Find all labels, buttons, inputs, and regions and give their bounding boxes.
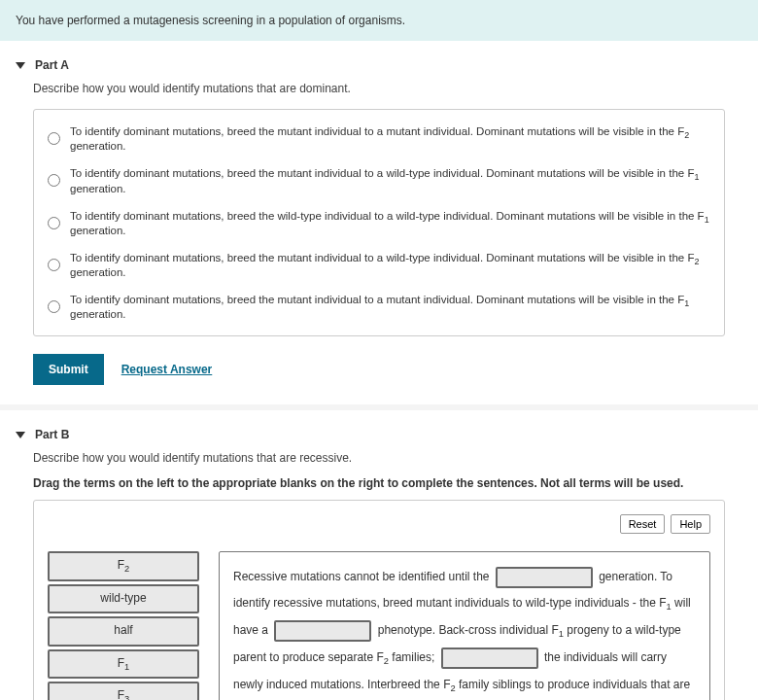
panel-tools: Reset Help [48, 514, 710, 534]
choice-text: To identify dominant mutations, breed th… [70, 252, 710, 278]
part-a-title: Part A [35, 58, 69, 72]
part-a-header[interactable]: Part A [0, 41, 758, 78]
term-tile[interactable]: F1 [48, 649, 199, 679]
term-tile[interactable]: wild-type [48, 584, 199, 613]
choice-text: To identify dominant mutations, breed th… [70, 125, 710, 152]
chevron-down-icon [16, 62, 25, 69]
radio-input[interactable] [48, 217, 60, 229]
subscript: 1 [667, 602, 672, 612]
subscript: 1 [559, 629, 564, 639]
term-tile[interactable]: half [48, 616, 199, 646]
term-tile[interactable]: F3 [48, 682, 199, 700]
chevron-down-icon [16, 432, 25, 438]
term-tile[interactable]: F2 [48, 551, 199, 580]
terms-column: F2 wild-type half F1 F3 one third of mut… [48, 551, 199, 700]
radio-input[interactable] [48, 300, 60, 313]
blank-slot[interactable] [496, 567, 593, 588]
radio-input[interactable] [48, 132, 60, 145]
intro-banner: You have performed a mutagenesis screeni… [0, 0, 758, 41]
subscript: 2 [384, 656, 389, 666]
reset-button[interactable]: Reset [620, 514, 666, 534]
sentence-text: phenotype. Back-cross individual F [378, 623, 559, 637]
help-button[interactable]: Help [671, 514, 710, 534]
request-answer-link[interactable]: Request Answer [121, 363, 213, 376]
subscript: 2 [450, 683, 455, 693]
part-b-prompt: Describe how you would identify mutation… [0, 447, 758, 474]
drag-instructions: Drag the terms on the left to the approp… [0, 474, 758, 500]
part-b-header[interactable]: Part B [0, 410, 758, 447]
actions-row: Submit Request Answer [0, 348, 758, 404]
intro-text: You have performed a mutagenesis screeni… [16, 14, 405, 27]
radio-input[interactable] [48, 174, 60, 187]
drag-panel: Reset Help F2 wild-type half F1 F3 one t… [33, 500, 725, 700]
radio-input[interactable] [48, 259, 60, 271]
sentence-text: families; [392, 650, 437, 664]
drag-body: F2 wild-type half F1 F3 one third of mut… [48, 551, 710, 700]
sentence-box: Recessive mutations cannot be identified… [219, 551, 710, 700]
choice-text: To identify dominant mutations, breed th… [70, 294, 710, 320]
choice-row[interactable]: To identify dominant mutations, breed th… [44, 286, 714, 328]
blank-slot[interactable] [274, 620, 371, 642]
part-b-title: Part B [35, 428, 69, 441]
blank-slot[interactable] [441, 648, 538, 669]
sentence-text: Recessive mutations cannot be identified… [233, 570, 493, 583]
choice-row[interactable]: To identify dominant mutations, breed th… [44, 202, 714, 244]
choice-text: To identify dominant mutations, breed th… [70, 210, 710, 236]
choice-row[interactable]: To identify dominant mutations, breed th… [44, 244, 714, 286]
choice-row[interactable]: To identify dominant mutations, breed th… [44, 118, 714, 159]
choice-text: To identify dominant mutations, breed th… [70, 167, 710, 193]
choice-row[interactable]: To identify dominant mutations, breed th… [44, 159, 714, 201]
part-a-prompt: Describe how you would identify mutation… [0, 78, 758, 105]
choices-box: To identify dominant mutations, breed th… [33, 109, 725, 336]
submit-button[interactable]: Submit [33, 354, 104, 385]
